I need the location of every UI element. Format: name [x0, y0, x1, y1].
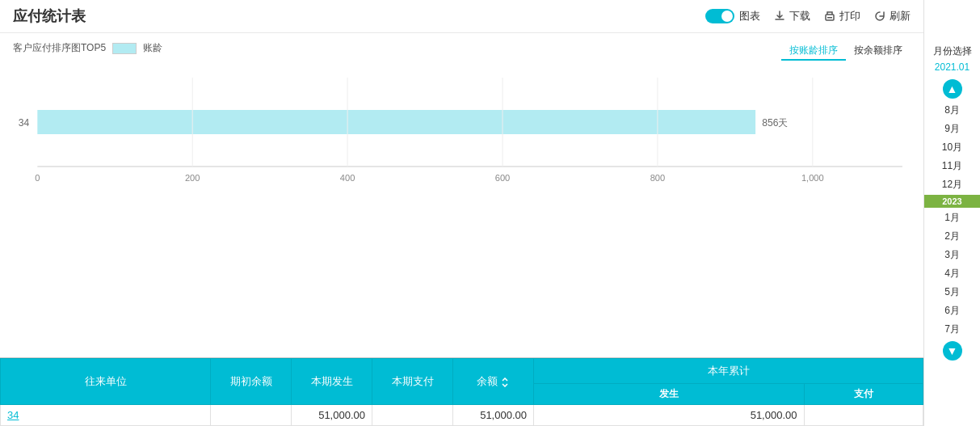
chart-legend-row: 客户应付排序图TOP5 账龄 按账龄排序 按余额排序 [13, 41, 911, 61]
header: 应付统计表 图表 下载 打印 刷新 [0, 0, 923, 33]
svg-text:200: 200 [185, 173, 200, 183]
refresh-button[interactable]: 刷新 [873, 9, 911, 23]
month-list: 8月9月10月11月12月20231月2月3月4月5月6月7月 [924, 102, 980, 338]
arrow-up-button[interactable]: ▲ [943, 79, 962, 99]
legend-box [112, 43, 137, 54]
chart-toggle[interactable] [705, 9, 734, 23]
toggle-label: 图表 [739, 9, 760, 23]
month-item[interactable]: 8月 [924, 102, 980, 119]
col-unit-header: 往来单位 [1, 359, 211, 405]
col-current-pay-header: 本期支付 [372, 359, 453, 405]
cell-year-occur: 51,000.00 [534, 405, 805, 426]
unit-link[interactable]: 34 [7, 409, 19, 421]
arrow-down-button[interactable]: ▼ [943, 341, 962, 361]
legend-box-label: 账龄 [143, 41, 162, 55]
sort-icon [500, 377, 510, 387]
print-button[interactable]: 打印 [823, 9, 860, 23]
print-label: 打印 [839, 9, 860, 23]
svg-rect-1 [827, 17, 832, 19]
month-item[interactable]: 6月 [924, 302, 980, 319]
col-year-occur-header: 发生 [534, 384, 805, 405]
month-item[interactable]: 4月 [924, 265, 980, 282]
svg-text:34: 34 [19, 117, 30, 129]
chart-toggle-group[interactable]: 图表 [705, 9, 760, 23]
month-item[interactable]: 12月 [924, 176, 980, 193]
month-item[interactable]: 1月 [924, 209, 980, 226]
month-item[interactable]: 10月 [924, 139, 980, 156]
month-item[interactable]: 11月 [924, 158, 980, 175]
bar-chart: 34 856天 0 200 400 600 800 1,000 [13, 61, 911, 191]
col-period-balance-header: 期初余额 [211, 359, 292, 405]
svg-text:800: 800 [650, 173, 666, 183]
month-item[interactable]: 5月 [924, 284, 980, 301]
svg-text:1,000: 1,000 [801, 173, 824, 183]
year-label: 2023 [924, 195, 980, 208]
cell-current-pay [372, 405, 453, 426]
sidebar-date: 2021.01 [935, 61, 969, 73]
chart-area: 客户应付排序图TOP5 账龄 按账龄排序 按余额排序 34 856天 0 [0, 33, 923, 357]
cell-year-pay [804, 405, 923, 426]
download-icon [773, 10, 786, 23]
svg-text:856天: 856天 [762, 117, 788, 129]
sidebar-label: 月份选择 [933, 44, 972, 58]
print-icon [823, 10, 836, 23]
table-section: 往来单位 期初余额 本期发生 本期支付 余额 本年累计 发生 支付 [0, 357, 923, 426]
month-item[interactable]: 2月 [924, 228, 980, 245]
sort-tabs: 按账龄排序 按余额排序 [781, 42, 911, 61]
download-button[interactable]: 下载 [773, 9, 810, 23]
col-year-cumulative-header: 本年累计 [534, 359, 923, 384]
download-label: 下载 [789, 9, 810, 23]
table-row: 34 51,000.00 51,000.00 51,000.00 [1, 405, 923, 426]
page-title: 应付统计表 [13, 6, 86, 26]
right-sidebar: 月份选择 2021.01 ▲ 8月9月10月11月12月20231月2月3月4月… [923, 0, 980, 426]
legend-text: 客户应付排序图TOP5 [13, 41, 106, 55]
svg-text:400: 400 [340, 173, 355, 183]
cell-unit: 34 [1, 405, 211, 426]
col-current-occur-header: 本期发生 [292, 359, 372, 405]
sort-by-amount-tab[interactable]: 按余额排序 [846, 42, 911, 61]
month-item[interactable]: 3月 [924, 247, 980, 264]
cell-period-balance [211, 405, 292, 426]
cell-current-occur: 51,000.00 [292, 405, 372, 426]
month-item[interactable]: 7月 [924, 321, 980, 338]
chart-legend: 客户应付排序图TOP5 账龄 [13, 41, 162, 55]
svg-text:600: 600 [495, 173, 511, 183]
cell-balance: 51,000.00 [453, 405, 534, 426]
refresh-label: 刷新 [890, 9, 911, 23]
svg-text:0: 0 [35, 173, 40, 183]
col-balance-header: 余额 [453, 359, 534, 405]
svg-rect-3 [37, 110, 755, 134]
sort-by-balance-tab[interactable]: 按账龄排序 [781, 42, 846, 61]
month-item[interactable]: 9月 [924, 120, 980, 137]
refresh-icon [873, 10, 886, 23]
chart-wrapper: 34 856天 0 200 400 600 800 1,000 [13, 61, 911, 349]
col-year-pay-header: 支付 [804, 384, 923, 405]
data-table: 往来单位 期初余额 本期发生 本期支付 余额 本年累计 发生 支付 [0, 358, 923, 426]
header-actions: 图表 下载 打印 刷新 [705, 9, 911, 23]
